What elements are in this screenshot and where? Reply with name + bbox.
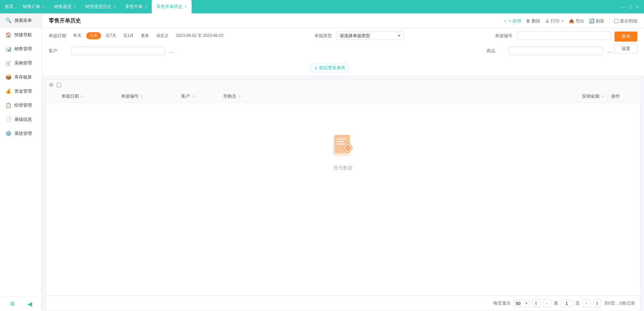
date-label: 单据日期 (49, 33, 67, 39)
tab-sales-return-history[interactable]: 销货退货历史 × (81, 0, 120, 13)
col-date[interactable]: 单据日期 ⇅ (58, 90, 118, 103)
filter-row-2: 客户 ... 商品 ... (49, 47, 611, 55)
next-page-button[interactable]: › (583, 299, 591, 307)
sidebar-item-search[interactable]: 🔍 搜索采单 (0, 13, 42, 28)
col-amount[interactable]: 实销金额 ⇅ (548, 90, 608, 103)
date-btn-month[interactable]: 近1月 (121, 32, 137, 39)
money-icon: 💰 (5, 88, 12, 94)
col-date-label: 单据日期 (61, 94, 79, 99)
add-button[interactable]: ＋ + 新增 (503, 18, 521, 24)
close-tab-sales-return[interactable]: × (73, 4, 76, 9)
col-customer[interactable]: 客户 ⇅ (178, 90, 219, 103)
sidebar-item-purchase-label: 采购管理 (14, 60, 32, 66)
type-label: 单据类型 (314, 33, 333, 39)
sidebar-item-system[interactable]: ⚙️ 系统管理 (0, 126, 42, 141)
prev-page-button[interactable]: ‹ (543, 299, 551, 307)
sidebar-item-sales[interactable]: 📊 销售管理 (0, 42, 42, 56)
customer-dots[interactable]: ... (169, 48, 173, 54)
close-tab-retail-history[interactable]: × (185, 4, 187, 9)
sidebar-item-purchase[interactable]: 🛒 采购管理 (0, 56, 42, 70)
query-button[interactable]: 查询 (614, 32, 637, 42)
sidebar-item-finance[interactable]: 💰 资金管理 (0, 84, 42, 98)
tab-sales-order[interactable]: 销售订单 × (18, 0, 49, 13)
collapse-label: 收起更多条件 (319, 65, 345, 71)
delete-button[interactable]: 🗑 删除 (526, 18, 540, 24)
tab-sales-return-label: 销售退货 (54, 4, 71, 10)
tab-sales-return-history-label: 销货退货历史 (85, 4, 111, 10)
page-label: 第 (554, 300, 558, 306)
customer-input[interactable] (71, 47, 165, 55)
filter-rows-wrap: 单据日期 昨天 今天 近7天 近1月 更多 自定义 2023-06-02 至 2… (49, 32, 637, 72)
per-page-select[interactable]: 50 10 20 100 (513, 300, 530, 307)
sidebar-collapse-icon[interactable]: ◀ (28, 300, 32, 308)
export-icon: 📤 (569, 18, 574, 23)
date-btn-custom[interactable]: 自定义 (154, 32, 171, 39)
col-checkbox (46, 90, 58, 103)
sidebar-item-inventory-label: 库存核算 (14, 74, 32, 80)
data-table: 单据日期 ⇅ 单据编号 ⇅ 客户 ⇅ 导购员 ⇅ (46, 90, 640, 198)
date-btn-more[interactable]: 更多 (138, 32, 152, 39)
sidebar-item-basic[interactable]: 📄 基础信息 (0, 112, 42, 126)
goods-dots[interactable]: ... (607, 48, 611, 54)
delete-label: 删除 (532, 18, 540, 24)
col-salesperson-label: 导购员 (223, 94, 236, 99)
add-icon: ＋ (503, 18, 507, 24)
last-page-button[interactable]: ⟫ (593, 299, 601, 307)
col-number[interactable]: 单据编号 ⇅ (118, 90, 178, 103)
print-button[interactable]: 🖨 打印 ▼ (545, 18, 564, 24)
sidebar-item-inventory[interactable]: 📦 库存核算 (0, 70, 42, 84)
page-suffix: 页 (576, 300, 580, 306)
sidebar-item-finance-label: 资金管理 (14, 88, 32, 94)
close-window-button[interactable]: × (636, 4, 639, 9)
display-detail-label: 显示明细 (620, 18, 637, 24)
refresh-icon: 🔄 (589, 18, 594, 23)
date-range-display: 2023-06-02 至 2023-06-02 (176, 33, 223, 39)
maximize-button[interactable]: □ (630, 4, 632, 9)
sidebar: 🔍 搜索采单 🏠 快捷导航 📊 销售管理 🛒 采购管理 📦 库存核算 💰 资金管… (0, 13, 42, 311)
empty-illustration (326, 129, 360, 160)
date-btn-today[interactable]: 今天 (86, 32, 101, 39)
select-all-checkbox[interactable] (57, 83, 61, 87)
date-btn-yesterday[interactable]: 昨天 (71, 32, 84, 39)
tab-home-label: 首页 (5, 4, 13, 10)
top-right-controls: — □ × (621, 4, 644, 9)
display-detail-checkbox[interactable] (614, 19, 618, 23)
export-button[interactable]: 📤 导出 (569, 18, 584, 24)
tab-retail-history[interactable]: 零售开单历史 × (152, 0, 192, 13)
table-settings-icon[interactable]: ⚙ (49, 82, 53, 88)
print-dropdown-icon: ▼ (561, 19, 564, 23)
sidebar-item-operations[interactable]: 📋 经营管理 (0, 98, 42, 112)
close-tab-sales-order[interactable]: × (42, 4, 45, 9)
sidebar-item-operations-label: 经营管理 (14, 102, 32, 108)
col-spacer (270, 90, 547, 103)
page-number-input[interactable] (561, 300, 573, 307)
number-input[interactable] (517, 32, 611, 40)
filter-actions: 查询 设置 (614, 32, 637, 54)
tab-sales-return[interactable]: 销售退货 × (49, 0, 81, 13)
col-number-label: 单据编号 (121, 94, 139, 99)
tab-home[interactable]: 首页 (0, 0, 18, 13)
sidebar-item-quick-nav-label: 快捷导航 (14, 32, 32, 38)
empty-text: 暂无数据 (334, 165, 352, 171)
date-btn-7days[interactable]: 近7天 (103, 32, 119, 39)
sidebar-item-sales-label: 销售管理 (14, 46, 32, 52)
close-tab-retail-open[interactable]: × (145, 4, 147, 9)
refresh-button[interactable]: 🔄 刷新 (589, 18, 604, 24)
goods-input[interactable] (509, 47, 603, 55)
filter-columns: 单据日期 昨天 今天 近7天 近1月 更多 自定义 2023-06-02 至 2… (49, 32, 611, 72)
col-customer-label: 客户 (181, 94, 190, 99)
collapse-button[interactable]: ∧ 收起更多条件 (310, 63, 350, 72)
box-icon: 📦 (5, 74, 12, 80)
type-select[interactable]: 请选择单据类型 (337, 32, 404, 40)
first-page-button[interactable]: ⟪ (532, 299, 540, 307)
main-layout: 🔍 搜索采单 🏠 快捷导航 📊 销售管理 🛒 采购管理 📦 库存核算 💰 资金管… (0, 13, 644, 311)
minimize-button[interactable]: — (621, 4, 626, 9)
toolbar: ＋ + 新增 🗑 删除 🖨 打印 ▼ 📤 导出 (503, 18, 637, 24)
sidebar-settings-icon[interactable]: ⚙ (10, 300, 15, 308)
col-salesperson[interactable]: 导购员 ⇅ (220, 90, 271, 103)
col-customer-sort: ⇅ (192, 95, 195, 98)
close-tab-sales-return-history[interactable]: × (113, 4, 116, 9)
sidebar-item-quick-nav[interactable]: 🏠 快捷导航 (0, 28, 42, 42)
setting-button[interactable]: 设置 (614, 44, 637, 54)
tab-retail-open[interactable]: 零售开单 × (120, 0, 152, 13)
